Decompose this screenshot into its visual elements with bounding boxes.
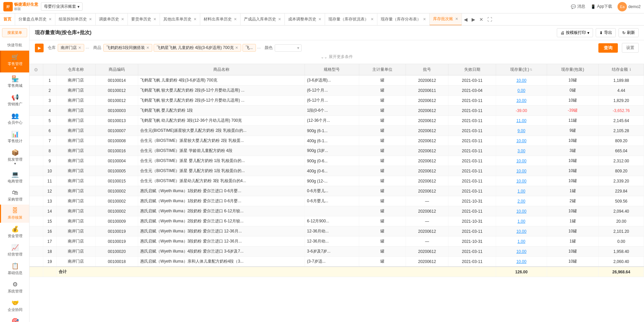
app-download-btn[interactable]: 📱 App下载	[591, 4, 612, 9]
tab-xianzaifenbu[interactable]: 现存量（库存分布表）✕	[377, 13, 430, 25]
tab-xianzaiku[interactable]: 现存量（库存状况表）✕	[325, 13, 377, 25]
warehouse-more-btn[interactable]: ···	[86, 45, 89, 50]
user-avatar[interactable]: Ea demo2	[618, 2, 641, 11]
tab-cailiaochu[interactable]: 材料出库单历史✕	[200, 13, 240, 25]
cell-unit: 罐	[359, 166, 406, 176]
sidebar-item-retail_mgmt[interactable]: 🛒零售管理 ▼	[0, 51, 29, 72]
cell-stock-main[interactable]: 10.00	[496, 136, 547, 146]
cell-stock-pkg: 10罐	[547, 257, 599, 267]
cell-stock-main[interactable]: 0.00	[496, 86, 547, 96]
goods-tag1-close[interactable]: ✕	[146, 46, 149, 50]
tab-close-pipin[interactable]: ✕	[455, 17, 458, 21]
tab-close-chengpinru[interactable]: ✕	[278, 17, 281, 21]
cell-stock-main[interactable]: 10.00	[496, 247, 547, 257]
tab-close-xianzaiku[interactable]: ✕	[371, 17, 374, 21]
cell-stock-main[interactable]: 10.00	[496, 226, 547, 236]
cell-amount: 509.56	[599, 196, 644, 206]
tab-close-chengben[interactable]: ✕	[318, 17, 321, 21]
tab-close-yaohuo[interactable]: ✕	[153, 17, 156, 21]
cell-warehouse: 南岸门店	[56, 186, 96, 196]
cell-stock-main[interactable]: 10.00	[496, 75, 547, 86]
cell-stock-main[interactable]: -39.00	[496, 106, 547, 116]
tab-close-xianzaifenbu[interactable]: ✕	[423, 17, 426, 21]
gear-icon[interactable]: ⚙	[34, 67, 38, 72]
cell-stock-main[interactable]: 11.00	[496, 116, 547, 126]
goods-tag-2[interactable]: 飞鹤星飞帆 儿童奶粉 4段(3-6岁适用) 700克 ✕	[154, 44, 241, 52]
goods-tag2-close[interactable]: ✕	[235, 46, 238, 50]
col-header-amount: 结存金额 ℹ	[599, 64, 644, 75]
info-icon[interactable]: ℹ	[630, 67, 631, 71]
sidebar-item-retail_store[interactable]: 🏪零售商城	[0, 72, 29, 91]
cell-stock-main[interactable]: 10.00	[496, 166, 547, 176]
print-btn[interactable]: 🖨 按模板打印 ▾	[557, 28, 593, 37]
cell-stock-main[interactable]: 1.00	[496, 216, 547, 226]
warehouse-tag[interactable]: 南岸门店 ✕	[58, 44, 84, 52]
cell-batch: 20200612	[406, 106, 448, 116]
export-btn[interactable]: ⬇ 导出	[596, 28, 616, 37]
goods-tag-more[interactable]: 飞...	[243, 44, 256, 52]
tab-close-qitachu[interactable]: ✕	[194, 17, 197, 21]
sidebar-item-ops[interactable]: 📈经营管理	[0, 241, 29, 260]
cell-idx: 2	[43, 86, 56, 96]
tab-next-btn[interactable]: ▶	[470, 17, 477, 22]
logo-area: 好 畅捷通好生意 标版	[3, 2, 38, 11]
cell-stock-main[interactable]: 10.00	[496, 156, 547, 166]
sidebar-item-batch_mgmt[interactable]: 📦批发管理 ▼	[0, 146, 29, 168]
org-selector[interactable]: 母婴行业演示账套 ▾	[41, 2, 83, 11]
cell-amount: 20.00	[599, 216, 644, 226]
sidebar-item-finance[interactable]: 💰资金管理	[0, 223, 29, 241]
cell-stock-main[interactable]: 1.00	[496, 186, 547, 196]
tab-yaohuo[interactable]: 要货单历史✕	[128, 13, 160, 25]
tab-prev-btn[interactable]: ◀	[462, 17, 470, 22]
sidebar-item-inventory[interactable]: 🗄库存核算	[0, 205, 29, 223]
cell-stock-main[interactable]: 10.00	[496, 96, 547, 106]
cell-spec: 400g (0-6...	[305, 166, 359, 176]
tab-close-tiaopao[interactable]: ✕	[121, 17, 124, 21]
cell-stock-pkg: 3罐	[547, 146, 599, 156]
warehouse-tag-close[interactable]: ✕	[78, 46, 81, 50]
sidebar-item-stats[interactable]: 📊零售统计	[0, 128, 29, 146]
sidebar-item-purchase[interactable]: 🛍采购管理	[0, 186, 29, 205]
filter-row: ▶ 仓库 南岸门店 ✕ ··· 商品	[35, 43, 639, 53]
refresh-btn[interactable]: ↻ 刷新	[619, 28, 639, 37]
settings-btn[interactable]: 设置	[622, 43, 639, 53]
tab-close-cailiaochu[interactable]: ✕	[234, 17, 237, 21]
cell-stock-main[interactable]: 10.00	[496, 257, 547, 267]
sidebar-item-system[interactable]: ⚙系统管理	[0, 278, 29, 297]
cell-stock-main[interactable]: 10.00	[496, 176, 547, 186]
cell-stock-main[interactable]: 3.00	[496, 146, 547, 156]
cell-stock-main[interactable]: 1.00	[496, 236, 547, 247]
tab-pipin[interactable]: 库存批次账✕	[430, 13, 462, 25]
col-header-warehouse: 仓库名称	[56, 64, 96, 75]
goods-tag-1[interactable]: 飞鹤奶粉3段同捆搭装 ✕	[103, 44, 152, 52]
goods-more-btn[interactable]: ···	[257, 45, 261, 50]
tab-qitachu[interactable]: 其他出库单历史✕	[160, 13, 200, 25]
sidebar-item-ecommerce[interactable]: 💻电商管理	[0, 168, 29, 186]
cell-stock-main[interactable]: 10.00	[496, 206, 547, 216]
message-btn[interactable]: 💬 消息	[571, 4, 585, 9]
tab-close-zuche[interactable]: ✕	[89, 17, 92, 21]
sidebar-item-marketing[interactable]: 📢营销推广	[0, 91, 29, 109]
filter-toggle-btn[interactable]: ▶	[35, 44, 44, 52]
tab-chengben[interactable]: 成本调整单历史✕	[285, 13, 325, 25]
sidebar-item-basic[interactable]: 📋基础信息	[0, 260, 29, 278]
query-btn[interactable]: 查询	[598, 43, 618, 53]
tab-tiaopao[interactable]: 调拨单历史✕	[96, 13, 128, 25]
expand-more-btn[interactable]: ⌄⌄ 展开更多条件	[321, 54, 353, 60]
sidebar-item-member[interactable]: 👥会员中心	[0, 109, 29, 128]
tab-fenku[interactable]: 分量盘点单历史✕	[15, 13, 55, 25]
quick-nav-btn[interactable]: 快捷导航	[0, 41, 29, 49]
tab-zuche[interactable]: 组装拆卸单历史✕	[55, 13, 96, 25]
sidebar-item-corp[interactable]: 🤝企业协同	[0, 297, 29, 315]
cell-stock-main[interactable]: 2.00	[496, 196, 547, 206]
tab-close-all-btn[interactable]: ✕	[477, 17, 485, 22]
tab-expand-btn[interactable]: ⛶	[485, 17, 494, 22]
tab-chengpinru[interactable]: 产成品入库单历史✕	[240, 13, 285, 25]
search-menu-btn[interactable]: 搜索菜单	[2, 28, 27, 37]
tab-close-fenku[interactable]: ✕	[49, 17, 52, 21]
sidebar-item-guide[interactable]: 🎯新手引导	[0, 315, 29, 322]
tab-home[interactable]: 首页	[0, 13, 15, 25]
color-select[interactable]: ▾	[275, 44, 302, 52]
page-actions: 🖨 按模板打印 ▾ ⬇ 导出 ↻ 刷新	[557, 28, 639, 37]
cell-stock-main[interactable]: 9.00	[496, 126, 547, 136]
